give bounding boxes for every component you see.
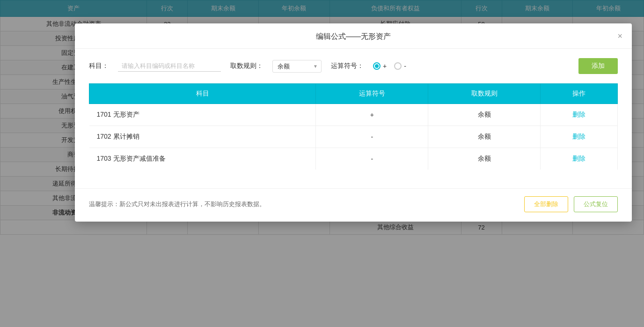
- table-row: 1703 无形资产减值准备-余额删除: [89, 148, 618, 170]
- radio-minus-circle: [394, 62, 402, 70]
- delete-all-button[interactable]: 全部删除: [524, 196, 568, 212]
- operator-label: 运算符号：: [331, 62, 364, 70]
- rule-label: 取数规则：: [230, 62, 263, 70]
- reset-formula-button[interactable]: 公式复位: [574, 196, 618, 212]
- th-subject: 科目: [89, 84, 316, 104]
- footer-buttons: 全部删除 公式复位: [524, 196, 618, 212]
- cell-subject: 1702 累计摊销: [89, 126, 316, 148]
- modal-header: 编辑公式——无形资产 ×: [75, 23, 632, 49]
- modal-footer: 温馨提示：新公式只对未出报表进行计算，不影响历史报表数据。 全部删除 公式复位: [75, 188, 632, 222]
- th-operator: 运算符号: [316, 84, 428, 104]
- cell-rule: 余额: [428, 126, 541, 148]
- modal-close-button[interactable]: ×: [617, 32, 622, 40]
- table-row: 1701 无形资产+余额删除: [89, 104, 618, 126]
- cell-subject: 1701 无形资产: [89, 104, 316, 126]
- operator-plus-radio[interactable]: +: [373, 62, 387, 70]
- formula-table: 科目 运算符号 取数规则 操作 1701 无形资产+余额删除1702 累计摊销-…: [89, 83, 618, 170]
- add-button[interactable]: 添加: [578, 58, 618, 74]
- modal-body: 科目： 取数规则： 余额 借方发生额 贷方发生额 ▼ 运算符号： +: [75, 49, 632, 179]
- operator-radio-group: + -: [373, 62, 406, 70]
- th-rule: 取数规则: [428, 84, 541, 104]
- cell-subject: 1703 无形资产减值准备: [89, 148, 316, 170]
- operator-plus-label: +: [383, 62, 387, 70]
- cell-rule: 余额: [428, 148, 541, 170]
- form-row: 科目： 取数规则： 余额 借方发生额 贷方发生额 ▼ 运算符号： +: [89, 58, 618, 74]
- th-action: 操作: [541, 84, 618, 104]
- edit-formula-modal: 编辑公式——无形资产 × 科目： 取数规则： 余额 借方发生额 贷方发生额 ▼ …: [75, 23, 632, 222]
- radio-plus-circle: [373, 62, 381, 70]
- subject-input[interactable]: [118, 60, 221, 72]
- table-row: 1702 累计摊销-余额删除: [89, 126, 618, 148]
- subject-label: 科目：: [89, 62, 109, 70]
- operator-minus-label: -: [404, 62, 406, 70]
- cell-action: 删除: [541, 104, 618, 126]
- operator-minus-radio[interactable]: -: [394, 62, 406, 70]
- delete-row-button[interactable]: 删除: [572, 111, 585, 118]
- cell-operator: -: [316, 148, 428, 170]
- hint-text: 温馨提示：新公式只对未出报表进行计算，不影响历史报表数据。: [89, 200, 265, 208]
- delete-row-button[interactable]: 删除: [572, 155, 585, 162]
- cell-operator: +: [316, 104, 428, 126]
- table-header-row: 科目 运算符号 取数规则 操作: [89, 84, 618, 104]
- rule-select[interactable]: 余额 借方发生额 贷方发生额: [272, 60, 322, 73]
- cell-rule: 余额: [428, 104, 541, 126]
- rule-select-wrap: 余额 借方发生额 贷方发生额 ▼: [272, 60, 322, 73]
- cell-operator: -: [316, 126, 428, 148]
- cell-action: 删除: [541, 148, 618, 170]
- delete-row-button[interactable]: 删除: [572, 133, 585, 140]
- cell-action: 删除: [541, 126, 618, 148]
- modal-title: 编辑公式——无形资产: [316, 32, 391, 42]
